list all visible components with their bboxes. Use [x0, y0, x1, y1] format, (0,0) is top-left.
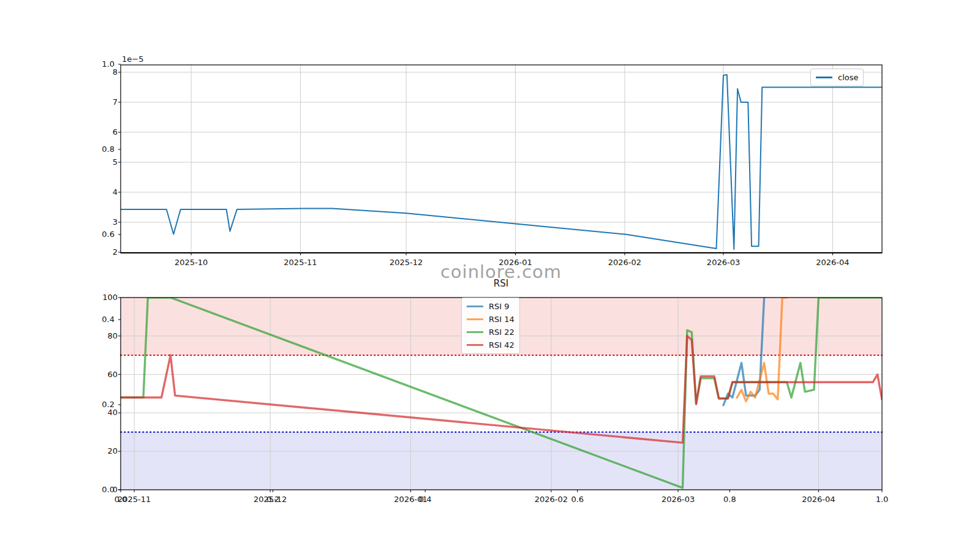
rsi-legend: RSI 9RSI 14RSI 22RSI 42	[461, 298, 520, 354]
legend-label: RSI 42	[489, 340, 514, 350]
legend-label: RSI 9	[489, 302, 510, 311]
price-x-tick-label: 2025-11	[284, 258, 317, 267]
price-y-tick-label: 4	[75, 187, 118, 197]
overlay-y-tick-label: 0.8	[72, 144, 115, 154]
legend-line-swatch	[467, 318, 483, 320]
overlay-y-tick-label: 0.6	[72, 230, 115, 239]
overlay-y-tick-label: 0.4	[72, 315, 115, 324]
price-x-tick-label: 2026-02	[608, 258, 641, 267]
legend-row: RSI 42	[467, 339, 514, 351]
legend-line-swatch	[816, 77, 832, 78]
rsi-x-tick-label: 2026-03	[662, 495, 695, 504]
rsi-y-tick-label: 100	[75, 293, 118, 302]
legend-line-swatch	[467, 305, 483, 307]
legend-row: RSI 9	[467, 300, 514, 313]
legend-row: RSI 14	[467, 313, 514, 326]
price-x-tick-label: 2026-04	[816, 258, 849, 267]
legend-row: RSI 22	[467, 326, 514, 339]
price-y-tick-label: 7	[75, 97, 118, 107]
price-x-tick-label: 2025-12	[390, 258, 423, 267]
legend-line-swatch	[467, 331, 483, 333]
legend-label: close	[838, 73, 858, 82]
legend-label: RSI 14	[489, 315, 514, 324]
overlay-x-tick-label: 0.0	[115, 495, 127, 504]
rsi-y-tick-label: 40	[75, 408, 118, 417]
legend-row: close	[816, 71, 858, 84]
overlay-x-tick-label: 0.6	[571, 495, 584, 504]
price-y-tick-label: 3	[75, 217, 118, 227]
price-y-tick-label: 8	[75, 67, 118, 77]
overlay-x-tick-label: 0.4	[419, 495, 432, 504]
price-legend: close	[810, 69, 864, 86]
rsi-x-tick-label: 2026-04	[802, 495, 835, 504]
rsi-x-tick-label: 2026-02	[535, 495, 568, 504]
overlay-x-tick-label: 1.0	[876, 495, 889, 504]
legend-line-swatch	[467, 344, 483, 346]
overlay-y-tick-label: 1.0	[72, 59, 115, 69]
price-plot-frame	[121, 65, 882, 253]
rsi-y-tick-label: 60	[75, 370, 118, 379]
rsi-band	[121, 432, 882, 490]
price-y-tick-label: 5	[75, 157, 118, 167]
overlay-x-tick-label: 0.8	[723, 495, 736, 504]
overlay-y-tick-label: 0.0	[72, 485, 115, 494]
price-y-tick-label: 2	[75, 247, 118, 257]
overlay-x-tick-label: 0.2	[266, 495, 279, 504]
price-x-tick-label: 2026-03	[707, 258, 740, 267]
overlay-y-tick-label: 0.2	[72, 400, 115, 409]
rsi-y-tick-label: 20	[75, 446, 118, 455]
price-y-tick-label: 6	[75, 127, 118, 137]
figure: 2025-102025-112025-122026-012026-022026-…	[0, 0, 980, 551]
price-y-offset-label: 1e−5	[122, 54, 143, 64]
rsi-y-tick-label: 80	[75, 331, 118, 340]
rsi-chart-title: RSI	[494, 278, 508, 289]
price-x-tick-label: 2025-10	[175, 258, 208, 267]
legend-label: RSI 22	[489, 328, 514, 337]
